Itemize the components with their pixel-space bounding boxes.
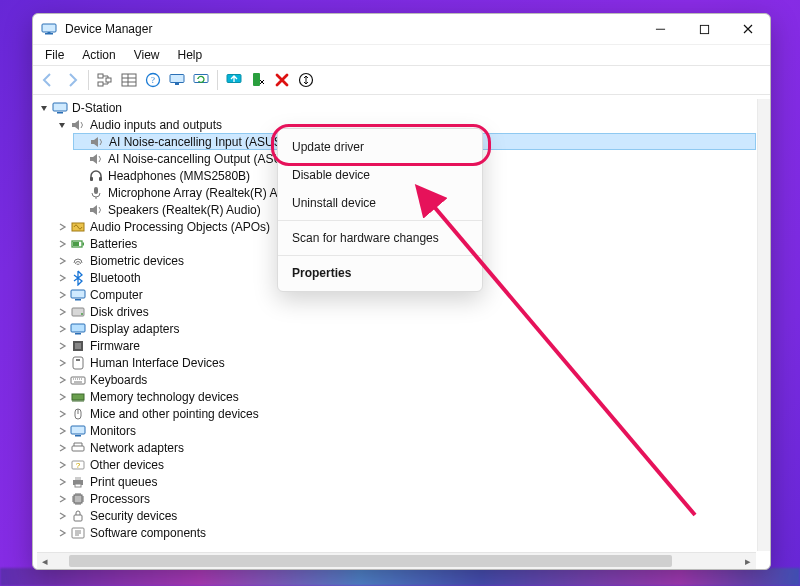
chevron-right-icon[interactable] xyxy=(55,322,69,336)
tree-node-cat-12[interactable]: Monitors xyxy=(55,422,756,439)
tree-node-label: Keyboards xyxy=(90,373,147,387)
speaker-icon xyxy=(89,134,105,150)
horizontal-scrollbar[interactable]: ◂ ▸ xyxy=(37,552,756,569)
tree-node-label: Network adapters xyxy=(90,441,184,455)
chevron-right-icon[interactable] xyxy=(55,373,69,387)
chevron-spacer xyxy=(73,203,87,217)
chevron-down-icon[interactable] xyxy=(55,118,69,132)
window-title: Device Manager xyxy=(65,22,152,36)
svg-rect-19 xyxy=(90,177,93,181)
chevron-right-icon[interactable] xyxy=(55,526,69,540)
chevron-right-icon[interactable] xyxy=(55,441,69,455)
svg-rect-49 xyxy=(74,515,82,521)
menu-view[interactable]: View xyxy=(126,47,168,63)
scan-icon[interactable] xyxy=(295,69,317,91)
chevron-right-icon[interactable] xyxy=(55,509,69,523)
tree-node-cat-5[interactable]: Disk drives xyxy=(55,303,756,320)
toolbar-separator xyxy=(217,70,218,90)
chevron-right-icon[interactable] xyxy=(55,475,69,489)
chevron-right-icon[interactable] xyxy=(55,254,69,268)
menu-action[interactable]: Action xyxy=(74,47,123,63)
context-menu-item-disable-device[interactable]: Disable device xyxy=(278,161,482,189)
context-menu-separator xyxy=(278,255,482,256)
monitor-icon[interactable] xyxy=(166,69,188,91)
nav-fwd-icon xyxy=(61,69,83,91)
tree-node-cat-9[interactable]: Keyboards xyxy=(55,371,756,388)
tree-node-label: Mice and other pointing devices xyxy=(90,407,259,421)
fingerprint-icon xyxy=(70,253,86,269)
window-controls xyxy=(638,14,770,44)
tree-node-label: Computer xyxy=(90,288,143,302)
tree-node-label: Display adapters xyxy=(90,322,179,336)
menu-help[interactable]: Help xyxy=(170,47,211,63)
tree-node-cat-6[interactable]: Display adapters xyxy=(55,320,756,337)
tree-node-label: Bluetooth xyxy=(90,271,141,285)
disable-icon[interactable] xyxy=(247,69,269,91)
view-list-icon[interactable] xyxy=(118,69,140,91)
tree-node-cat-7[interactable]: Firmware xyxy=(55,337,756,354)
chevron-right-icon[interactable] xyxy=(55,356,69,370)
speaker-icon xyxy=(88,202,104,218)
chevron-right-icon[interactable] xyxy=(55,305,69,319)
update-driver-icon[interactable] xyxy=(223,69,245,91)
refresh-icon[interactable] xyxy=(190,69,212,91)
chevron-right-icon[interactable] xyxy=(55,390,69,404)
tree-node-root[interactable]: D-Station xyxy=(37,99,756,116)
chevron-right-icon[interactable] xyxy=(55,407,69,421)
chevron-right-icon[interactable] xyxy=(55,339,69,353)
tree-node-label: Firmware xyxy=(90,339,140,353)
tree-node-cat-8[interactable]: Human Interface Devices xyxy=(55,354,756,371)
keyboard-icon xyxy=(70,372,86,388)
close-button[interactable] xyxy=(726,14,770,44)
tree-node-label: Audio inputs and outputs xyxy=(90,118,222,132)
minimize-button[interactable] xyxy=(638,14,682,44)
view-tree-icon[interactable] xyxy=(94,69,116,91)
speaker-icon xyxy=(88,151,104,167)
chevron-right-icon[interactable] xyxy=(55,220,69,234)
chevron-right-icon[interactable] xyxy=(55,271,69,285)
tree-node-cat-10[interactable]: Memory technology devices xyxy=(55,388,756,405)
firmware-icon xyxy=(70,338,86,354)
svg-rect-46 xyxy=(75,477,81,480)
battery-icon xyxy=(70,236,86,252)
vertical-scrollbar[interactable] xyxy=(757,99,770,551)
tree-node-cat-16[interactable]: Processors xyxy=(55,490,756,507)
tree-node-label: Processors xyxy=(90,492,150,506)
app-icon xyxy=(41,21,57,37)
uninstall-icon[interactable] xyxy=(271,69,293,91)
svg-rect-40 xyxy=(71,426,85,434)
svg-rect-48 xyxy=(74,495,82,503)
chevron-right-icon[interactable] xyxy=(55,237,69,251)
chevron-spacer xyxy=(74,135,88,149)
svg-rect-6 xyxy=(98,82,103,86)
context-menu-item-update-driver[interactable]: Update driver xyxy=(278,133,482,161)
chevron-right-icon[interactable] xyxy=(55,458,69,472)
tree-node-cat-18[interactable]: Software components xyxy=(55,524,756,541)
svg-text:?: ? xyxy=(76,461,81,470)
context-menu-item-uninstall-device[interactable]: Uninstall device xyxy=(278,189,482,217)
menu-file[interactable]: File xyxy=(37,47,72,63)
context-menu-item-scan-for-hardware-changes[interactable]: Scan for hardware changes xyxy=(278,224,482,252)
tree-node-cat-15[interactable]: Print queues xyxy=(55,473,756,490)
cpu-icon xyxy=(70,491,86,507)
chevron-down-icon[interactable] xyxy=(37,101,51,115)
chevron-right-icon[interactable] xyxy=(55,288,69,302)
svg-rect-35 xyxy=(76,359,80,361)
chevron-right-icon[interactable] xyxy=(55,492,69,506)
svg-rect-33 xyxy=(75,343,81,349)
context-menu-item-properties[interactable]: Properties xyxy=(278,259,482,287)
maximize-button[interactable] xyxy=(682,14,726,44)
svg-rect-20 xyxy=(99,177,102,181)
chevron-right-icon[interactable] xyxy=(55,424,69,438)
tree-node-cat-11[interactable]: Mice and other pointing devices xyxy=(55,405,756,422)
tree-node-label: Microphone Array (Realtek(R) Aud xyxy=(108,186,291,200)
svg-rect-21 xyxy=(94,187,98,194)
printer-icon xyxy=(70,474,86,490)
svg-rect-26 xyxy=(71,290,85,298)
help-icon[interactable]: ? xyxy=(142,69,164,91)
chevron-spacer xyxy=(73,169,87,183)
tree-node-cat-13[interactable]: Network adapters xyxy=(55,439,756,456)
svg-rect-4 xyxy=(700,25,708,33)
tree-node-cat-14[interactable]: ?Other devices xyxy=(55,456,756,473)
tree-node-cat-17[interactable]: Security devices xyxy=(55,507,756,524)
